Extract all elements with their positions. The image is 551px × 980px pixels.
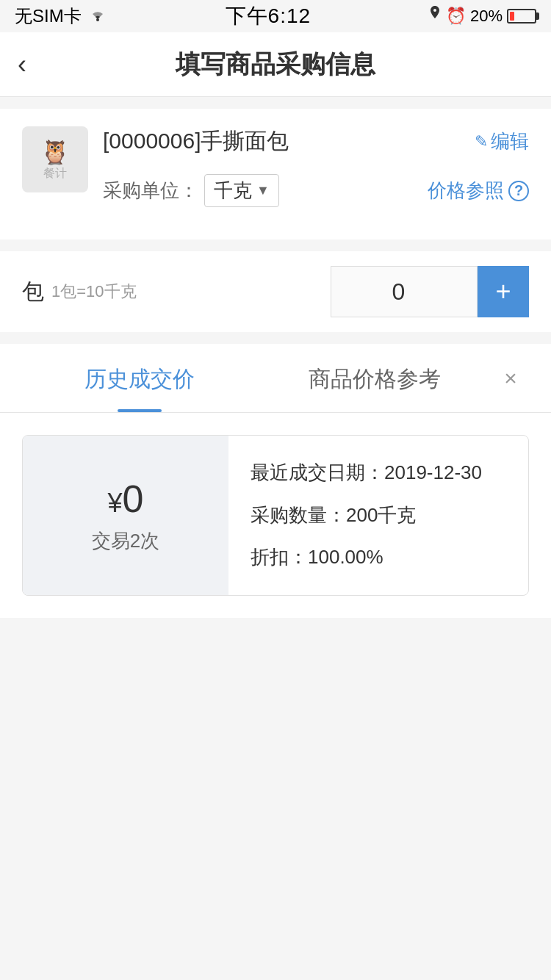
- quantity-input-area: +: [331, 266, 529, 317]
- unit-value: 千克: [214, 178, 252, 203]
- discount-value: 100.00%: [308, 546, 383, 568]
- product-header: 🦉 餐计 [0000006]手撕面包 ✎ 编辑 采购单位： 千克 ▼: [22, 126, 529, 207]
- product-title-row: [0000006]手撕面包 ✎ 编辑: [103, 126, 529, 156]
- unit-select-arrow-icon: ▼: [256, 183, 270, 198]
- svg-point-0: [96, 18, 99, 21]
- quantity-section: 包 1包=10千克 +: [0, 251, 551, 332]
- logo-subtext: 餐计: [43, 166, 67, 181]
- tab-history-price[interactable]: 历史成交价: [22, 344, 257, 412]
- price-trade-count: 交易2次: [92, 528, 159, 554]
- unit-select[interactable]: 千克 ▼: [204, 174, 279, 207]
- product-info: [0000006]手撕面包 ✎ 编辑 采购单位： 千克 ▼ 价格参照 ?: [103, 126, 529, 207]
- logo-icon: 🦉: [40, 138, 70, 166]
- price-card-right: 最近成交日期：2019-12-30 采购数量：200千克 折扣：100.00%: [228, 436, 528, 595]
- quantity-input[interactable]: [331, 266, 478, 317]
- price-detail-discount: 折扣：100.00%: [251, 542, 506, 573]
- recent-date-value: 2019-12-30: [384, 461, 482, 483]
- discount-label: 折扣：: [251, 546, 308, 568]
- price-ref-button[interactable]: 价格参照 ?: [428, 178, 529, 203]
- quantity-plus-button[interactable]: +: [478, 266, 529, 317]
- price-detail-qty: 采购数量：200千克: [251, 500, 506, 531]
- back-button[interactable]: ‹: [18, 49, 26, 80]
- tabs-section: 历史成交价 商品价格参考 × ¥0 交易2次 最近成交日期：2019-12-30…: [0, 344, 551, 618]
- price-value: 0: [123, 478, 144, 520]
- status-time: 下午6:12: [226, 2, 311, 30]
- quantity-conversion: 1包=10千克: [51, 281, 137, 303]
- purchase-qty-label: 采购数量：: [251, 504, 346, 526]
- edit-button[interactable]: ✎ 编辑: [475, 129, 529, 154]
- tab-product-price-ref[interactable]: 商品价格参考: [257, 344, 492, 412]
- purchase-qty-value: 200千克: [346, 504, 416, 526]
- alarm-icon: ⏰: [446, 7, 466, 26]
- product-logo: 🦉 餐计: [22, 126, 88, 192]
- tabs-header: 历史成交价 商品价格参考 ×: [0, 344, 551, 413]
- tab-close-button[interactable]: ×: [492, 360, 529, 397]
- product-card: 🦉 餐计 [0000006]手撕面包 ✎ 编辑 采购单位： 千克 ▼: [0, 109, 551, 239]
- status-right: ⏰ 20%: [428, 6, 536, 26]
- price-card-left: ¥0 交易2次: [23, 436, 228, 595]
- product-name: [0000006]手撕面包: [103, 126, 289, 156]
- quantity-label-area: 包 1包=10千克: [22, 277, 137, 307]
- sim-signal: 无SIM卡: [15, 4, 82, 28]
- battery-icon: [507, 9, 536, 24]
- quantity-unit-tag: 包: [22, 277, 44, 307]
- price-ref-help-icon: ?: [508, 181, 529, 201]
- product-unit-row: 采购单位： 千克 ▼ 价格参照 ?: [103, 174, 529, 207]
- status-left: 无SIM卡: [15, 4, 108, 28]
- location-icon: [428, 6, 442, 26]
- tab-content-history-price: ¥0 交易2次 最近成交日期：2019-12-30 采购数量：200千克 折扣：…: [0, 413, 551, 618]
- price-amount: ¥0: [108, 477, 144, 521]
- wifi-icon: [87, 6, 108, 26]
- recent-date-label: 最近成交日期：: [251, 461, 384, 483]
- nav-bar: ‹ 填写商品采购信息: [0, 32, 551, 97]
- price-detail-recent-date: 最近成交日期：2019-12-30: [251, 458, 506, 489]
- page-footer: [0, 618, 551, 980]
- price-ref-label: 价格参照: [428, 178, 504, 203]
- price-currency: ¥: [108, 488, 123, 518]
- edit-icon: ✎: [475, 132, 488, 151]
- edit-label: 编辑: [491, 129, 529, 154]
- battery-percent: 20%: [470, 7, 503, 26]
- page-title: 填写商品采购信息: [176, 48, 375, 82]
- status-bar: 无SIM卡 下午6:12 ⏰ 20%: [0, 0, 551, 32]
- unit-label: 采购单位：: [103, 178, 198, 203]
- price-card: ¥0 交易2次 最近成交日期：2019-12-30 采购数量：200千克 折扣：…: [22, 435, 529, 596]
